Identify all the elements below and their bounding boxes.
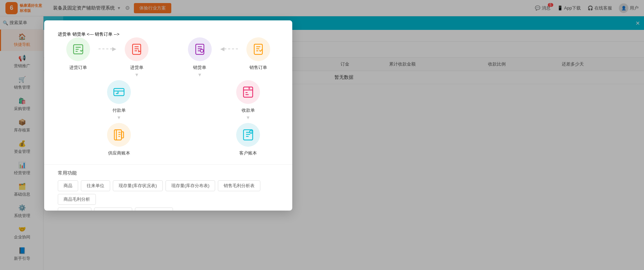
common-btn-receipt-stat[interactable]: 收款情况统计 bbox=[94, 208, 132, 211]
common-buttons-row-1: 商品 往来单位 现存量(库存状况表) 现存量(库存分布表) 销售毛利分析表 商品… bbox=[58, 180, 279, 205]
svg-rect-10 bbox=[122, 132, 124, 138]
flow-node-sales-invoice[interactable]: 销货单 bbox=[179, 37, 220, 71]
svg-rect-4 bbox=[254, 44, 262, 54]
svg-rect-9 bbox=[115, 130, 122, 140]
flow-section: 进货单 销货单 <--- 销售订单 --> bbox=[44, 20, 292, 164]
purchase-order-circle bbox=[66, 37, 90, 61]
receipt-circle: ¥ bbox=[236, 80, 260, 104]
common-btn-product[interactable]: 商品 bbox=[58, 180, 78, 191]
purchase-receipt-circle bbox=[125, 37, 149, 61]
common-btn-stock-dist[interactable]: 现存量(库存分布表) bbox=[166, 180, 215, 191]
sales-invoice-circle bbox=[188, 37, 212, 61]
common-btn-sales-ranking[interactable]: 销售排行榜 bbox=[58, 208, 91, 211]
svg-rect-1 bbox=[133, 44, 141, 54]
svg-text:¥: ¥ bbox=[248, 86, 250, 91]
flow-second-row: ¥ 付款单 ▼ bbox=[58, 80, 279, 120]
common-btn-partner[interactable]: 往来单位 bbox=[81, 180, 110, 191]
common-functions-title: 常用功能 bbox=[58, 170, 279, 176]
common-btn-stock-status[interactable]: 现存量(库存状况表) bbox=[113, 180, 163, 191]
arrow-purchase: ▶ bbox=[99, 46, 116, 52]
app-wrapper: 6 畅康通好生意 标准版 装备及固定资产辅助管理系统 ▼ ⚙ 体验行业方案 💬 … bbox=[0, 0, 644, 270]
flowchart-modal: 进货单 销货单 <--- 销售订单 --> bbox=[44, 20, 292, 211]
common-btn-product-profit[interactable]: 商品毛利分析 bbox=[58, 194, 96, 205]
arrow-down-supplier: ▼ bbox=[117, 115, 121, 120]
flow-node-purchase-receipt[interactable]: 进货单 bbox=[116, 37, 157, 71]
common-buttons-row-2: 销售排行榜 收款情况统计 付款情况统计 bbox=[58, 208, 279, 211]
flow-payment-col: ¥ 付款单 ▼ bbox=[99, 80, 139, 120]
common-section: 常用功能 商品 往来单位 现存量(库存状况表) 现存量(库存分布表) 销售毛利分… bbox=[44, 164, 292, 211]
arrow-down-customer: ▼ bbox=[246, 115, 250, 120]
flow-node-supplier-ledger[interactable]: 供应商账本 bbox=[99, 123, 139, 156]
flow-receipt-col: ¥ 收款单 ▼ bbox=[228, 80, 268, 120]
arrow-sales: ◀ bbox=[220, 46, 238, 52]
payment-circle: ¥ bbox=[107, 80, 131, 104]
flow-customer-ledger-col: 客户账本 bbox=[228, 123, 268, 156]
arrow-down-payment: ▼ bbox=[134, 72, 139, 77]
customer-ledger-circle bbox=[236, 123, 260, 147]
flow-node-payment[interactable]: ¥ 付款单 bbox=[99, 80, 139, 113]
flow-node-purchase-order[interactable]: 进货订单 bbox=[58, 37, 99, 71]
content-area: 首页 销售订单执行表 ✕ ✕ ❓ 帮助 🖨️ 按模板打印 ▼ bbox=[43, 16, 644, 270]
flow-node-sales-order[interactable]: 销售订单 bbox=[238, 37, 279, 71]
flow-node-customer-ledger[interactable]: 客户账本 bbox=[228, 123, 268, 156]
flow-purchase-receipt-col: 进货单 ▼ bbox=[116, 37, 157, 77]
svg-text:¥: ¥ bbox=[117, 90, 119, 95]
main-area: 🔍 搜索菜单 🏠 快捷导航 📢 营销推广 🛒 销售管理 🛍️ 采购管理 📦 bbox=[0, 16, 644, 270]
flow-sales-invoice-col: 销货单 ▼ bbox=[179, 37, 220, 77]
supplier-ledger-circle bbox=[107, 123, 131, 147]
common-btn-sales-profit[interactable]: 销售毛利分析表 bbox=[218, 180, 260, 191]
flow-top-row: 进货订单 ▶ bbox=[58, 37, 279, 77]
flow-third-row: 供应商账本 bbox=[58, 123, 279, 156]
flow-node-receipt[interactable]: ¥ 收款单 bbox=[228, 80, 268, 113]
flow-supplier-ledger-col: 供应商账本 bbox=[99, 123, 139, 156]
modal-overlay[interactable]: 进货单 销货单 <--- 销售订单 --> bbox=[43, 16, 644, 270]
sales-order-circle bbox=[246, 37, 270, 61]
flow-sales-order-col: 销售订单 bbox=[238, 37, 279, 71]
svg-point-12 bbox=[250, 130, 253, 133]
svg-point-3 bbox=[200, 49, 203, 52]
arrow-down-receipt: ▼ bbox=[197, 72, 202, 77]
flow-left-col: 进货订单 bbox=[58, 37, 99, 71]
common-btn-payment-stat[interactable]: 付款情况统计 bbox=[135, 208, 173, 211]
